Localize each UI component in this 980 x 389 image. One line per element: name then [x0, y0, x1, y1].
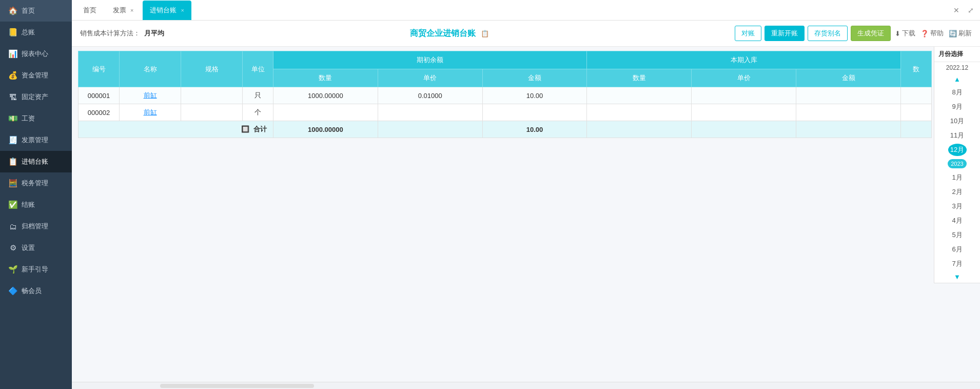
- close-window-button[interactable]: ✕: [951, 4, 962, 16]
- horizontal-scrollbar[interactable]: [160, 384, 314, 388]
- sidebar-item-guide[interactable]: 🌱 新手引导: [0, 259, 72, 280]
- inventory-icon: 📋: [8, 157, 17, 166]
- content: 销售成本计算方法： 月平均 商贸企业进销台账 📋 对账 重新开账 存货别名 生成…: [72, 21, 980, 389]
- month-3[interactable]: 3月: [934, 199, 980, 213]
- col-header-extra: 数: [901, 51, 932, 87]
- invoice-icon: 🧾: [8, 135, 17, 145]
- table-row: 000001 前缸 只 1000.00000 0.01000 10.00: [79, 87, 932, 104]
- sidebar-item-home[interactable]: 🏠 首页: [0, 0, 72, 22]
- cell-qi-price: [378, 104, 482, 121]
- sidebar-item-settings[interactable]: ⚙ 设置: [0, 237, 72, 259]
- tab-invoice[interactable]: 发票 ×: [106, 1, 141, 20]
- month-9[interactable]: 9月: [934, 100, 980, 114]
- generate-voucher-button[interactable]: 生成凭证: [851, 26, 891, 41]
- assets-icon: 🏗: [8, 93, 17, 102]
- month-2[interactable]: 2月: [934, 185, 980, 199]
- ledger-icon: 📒: [8, 28, 17, 37]
- reopen-button[interactable]: 重新开账: [765, 26, 805, 41]
- tab-home[interactable]: 首页: [76, 1, 104, 20]
- inventory-table: 编号 名称 规格 单位 期初余额 本期入库 数 数量 单价 金额 数: [78, 51, 932, 138]
- month-picker-header: 月份选择: [934, 47, 980, 62]
- sidebar-item-settlement[interactable]: ✅ 结账: [0, 194, 72, 216]
- cell-in-price: [692, 104, 796, 121]
- month-6[interactable]: 6月: [934, 242, 980, 257]
- month-5[interactable]: 5月: [934, 228, 980, 242]
- month-7[interactable]: 7月: [934, 257, 980, 271]
- toolbar: 销售成本计算方法： 月平均 商贸企业进销台账 📋 对账 重新开账 存货别名 生成…: [72, 21, 980, 47]
- toolbar-actions: 对账 重新开账 存货别名 生成凭证: [735, 26, 891, 41]
- sidebar-item-salary[interactable]: 💵 工资: [0, 108, 72, 129]
- save-alias-button[interactable]: 存货别名: [808, 26, 848, 41]
- month-1[interactable]: 1月: [934, 170, 980, 185]
- cell-unit: 只: [243, 87, 273, 104]
- sidebar-item-tax-management[interactable]: 🧮 税务管理: [0, 172, 72, 194]
- tab-inventory-ledger[interactable]: 进销台账 ×: [143, 1, 191, 20]
- help-button[interactable]: ❓ 帮助: [920, 29, 944, 38]
- month-4[interactable]: 4月: [934, 213, 980, 228]
- month-10[interactable]: 10月: [934, 114, 980, 128]
- sidebar-item-report-center[interactable]: 📊 报表中心: [0, 43, 72, 65]
- cost-method-value: 月平均: [144, 29, 164, 38]
- refresh-icon: 🔄: [949, 30, 957, 37]
- year-2022: 2022.12: [934, 62, 980, 73]
- total-extra: [901, 121, 932, 138]
- tab-invoice-close[interactable]: ×: [130, 7, 133, 13]
- settings-icon: ⚙: [8, 243, 17, 252]
- tab-bar: 首页 发票 × 进销台账 × ✕ ⤢: [72, 0, 980, 21]
- home-icon: 🏠: [8, 6, 17, 15]
- window-controls: ✕ ⤢: [947, 0, 980, 21]
- sidebar: 🏠 首页 📒 总账 📊 报表中心 💰 资金管理 🏗 固定资产 💵 工资 🧾 发票…: [0, 0, 72, 389]
- sidebar-item-invoice-management[interactable]: 🧾 发票管理: [0, 129, 72, 151]
- settlement-icon: ✅: [8, 200, 17, 209]
- month-8[interactable]: 8月: [934, 85, 980, 100]
- sub-header-qi-price: 单价: [378, 69, 482, 87]
- title-info-icon[interactable]: 📋: [481, 30, 489, 37]
- cell-name[interactable]: 前缸: [120, 104, 181, 121]
- cost-method-label: 销售成本计算方法：: [80, 29, 140, 38]
- month-11[interactable]: 11月: [934, 128, 980, 143]
- month-scroll-up[interactable]: ▲: [934, 73, 980, 85]
- sidebar-item-inventory-ledger[interactable]: 📋 进销台账: [0, 151, 72, 172]
- fund-icon: 💰: [8, 71, 17, 80]
- cell-spec: [181, 104, 243, 121]
- page-title: 商贸企业进销台账 📋: [168, 28, 731, 39]
- cell-extra: [901, 87, 932, 104]
- refresh-button[interactable]: 🔄 刷新: [949, 29, 972, 38]
- cell-in-qty: [587, 87, 692, 104]
- sub-header-qi-amount: 金额: [482, 69, 587, 87]
- sidebar-item-fixed-assets[interactable]: 🏗 固定资产: [0, 86, 72, 108]
- cell-in-amount: [796, 104, 901, 121]
- tab-invoice-label: 发票: [113, 6, 126, 15]
- salary-icon: 💵: [8, 114, 17, 123]
- cell-unit: 个: [243, 104, 273, 121]
- member-icon: 🔷: [8, 286, 17, 296]
- month-scroll-down[interactable]: ▼: [934, 271, 980, 283]
- col-header-id: 编号: [79, 51, 120, 87]
- total-label: 🔲 合计: [79, 121, 273, 138]
- tax-icon: 🧮: [8, 179, 17, 188]
- cell-qi-price: 0.01000: [378, 87, 482, 104]
- tab-inventory-label: 进销台账: [150, 6, 177, 15]
- total-in-price: [692, 121, 796, 138]
- total-qi-price: [378, 121, 482, 138]
- cell-qi-amount: [482, 104, 587, 121]
- tab-inventory-close[interactable]: ×: [181, 7, 184, 13]
- sidebar-item-archive-management[interactable]: 🗂 归档管理: [0, 216, 72, 237]
- sidebar-item-fund-management[interactable]: 💰 资金管理: [0, 65, 72, 86]
- sidebar-item-general-ledger[interactable]: 📒 总账: [0, 22, 72, 43]
- download-button[interactable]: ⬇ 下载: [895, 29, 915, 38]
- reconcile-button[interactable]: 对账: [735, 26, 761, 41]
- sub-header-in-price: 单价: [692, 69, 796, 87]
- footer-bar: [72, 382, 980, 389]
- help-icon: ❓: [920, 30, 929, 37]
- maximize-window-button[interactable]: ⤢: [966, 4, 976, 16]
- col-header-spec: 规格: [181, 51, 243, 87]
- sub-header-in-amount: 金额: [796, 69, 901, 87]
- total-in-amount: [796, 121, 901, 138]
- archive-icon: 🗂: [8, 222, 17, 231]
- month-12[interactable]: 12月: [948, 144, 967, 156]
- sidebar-item-member[interactable]: 🔷 畅会员: [0, 280, 72, 302]
- cell-in-qty: [587, 104, 692, 121]
- total-row: 🔲 合计 1000.00000 10.00: [79, 121, 932, 138]
- cell-name[interactable]: 前缸: [120, 87, 181, 104]
